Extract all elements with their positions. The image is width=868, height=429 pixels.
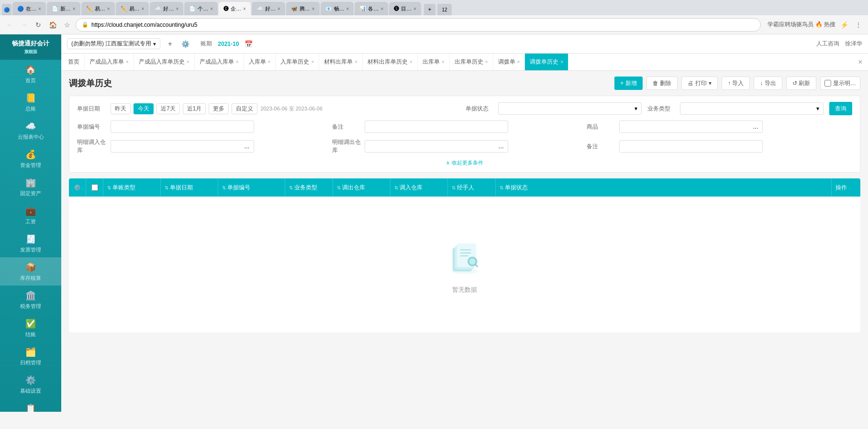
app-tab-product-in2[interactable]: 产成品入库单 × [195, 54, 244, 71]
display-btn[interactable]: 显示明… [820, 77, 860, 90]
import-btn[interactable]: ↑ 导入 [722, 77, 750, 90]
tab-close-product-in2[interactable]: × [236, 59, 239, 65]
doc-no-input[interactable] [111, 121, 254, 133]
status-select[interactable]: ▾ [498, 102, 642, 115]
browser-tab-1[interactable]: 🔵在…× [12, 2, 46, 15]
tab-bar-close[interactable]: × [855, 56, 866, 68]
tab-close-stock-out[interactable]: × [442, 59, 445, 65]
sidebar-item-fixed-assets[interactable]: 🏢 固定资产 [0, 173, 61, 201]
sidebar-item-archive[interactable]: 🗂️ 归档管理 [0, 342, 61, 370]
tab-close-transfer[interactable]: × [517, 59, 520, 65]
date-custom[interactable]: 自定义 [232, 103, 257, 114]
sidebar-item-cloud-report[interactable]: ☁️ 云报表中心 [0, 116, 61, 144]
print-btn[interactable]: 🖨 打印 ▾ [681, 77, 718, 90]
export-btn[interactable]: ↓ 导出 [754, 77, 782, 90]
sidebar-item-inventory[interactable]: 📦 库存核算 [0, 257, 61, 286]
app-tab-stock-in-hist[interactable]: 入库单历史 × [276, 54, 319, 71]
forward-button[interactable]: → [18, 19, 30, 31]
app-tab-stock-in[interactable]: 入库单 × [244, 54, 276, 71]
th-checkbox[interactable] [86, 178, 103, 197]
menu-btn[interactable]: ⋮ [853, 19, 864, 31]
th-handler[interactable]: ⇅ 经手人 [448, 178, 496, 197]
remark2-input[interactable] [619, 140, 763, 153]
tab-close-mat-out[interactable]: × [355, 59, 357, 65]
tab-close-stock-out-hist[interactable]: × [485, 59, 488, 65]
app-tab-stock-out-hist[interactable]: 出库单历史 × [450, 54, 493, 71]
tab-close-stock-in-hist[interactable]: × [311, 59, 314, 65]
detail-in-select[interactable]: … [111, 140, 254, 153]
display-checkbox[interactable] [824, 80, 831, 87]
date-7days[interactable]: 近7天 [156, 103, 180, 114]
extensions-btn[interactable]: ⚡ [838, 19, 850, 31]
app-tab-mat-out-hist[interactable]: 材料出库单历史 × [363, 54, 418, 71]
th-status[interactable]: ⇅ 单据状态 [496, 178, 832, 197]
app-tab-product-in-hist[interactable]: 产成品入库单历史 × [134, 54, 195, 71]
star-button[interactable]: ☆ [61, 19, 73, 31]
sidebar-item-salary[interactable]: 💼 工资 [0, 201, 61, 229]
tab-close-product-in[interactable]: × [126, 59, 129, 65]
browser-tab-10[interactable]: 📧畅…× [321, 2, 354, 15]
tab-close-product-in-hist[interactable]: × [187, 59, 189, 65]
browser-tab-5[interactable]: ☁️好…× [150, 2, 183, 15]
select-all-checkbox[interactable] [91, 184, 98, 191]
app-tab-mat-out[interactable]: 材料出库单 × [319, 54, 363, 71]
sidebar-item-tax[interactable]: 🏛️ 税务管理 [0, 286, 61, 314]
app-tab-product-in[interactable]: 产成品入库单 × [85, 54, 134, 71]
back-button[interactable]: ← [4, 19, 15, 31]
app-tab-stock-out[interactable]: 出库单 × [418, 54, 450, 71]
service-btn[interactable]: 人工咨询 [816, 40, 839, 48]
browser-tab-3[interactable]: ✏️易…× [81, 2, 115, 15]
sidebar-item-fund[interactable]: 💰 资金管理 [0, 144, 61, 173]
query-btn[interactable]: 查询 [829, 102, 852, 115]
browser-tab-12[interactable]: 🅢目…× [389, 2, 421, 15]
date-1month[interactable]: 近1月 [183, 103, 206, 114]
collapse-btn[interactable]: ∧ 收起更多条件 [446, 159, 483, 166]
new-btn[interactable]: + 新增 [614, 77, 642, 90]
calendar-icon[interactable]: 📅 [245, 40, 253, 48]
tab-close-mat-out-hist[interactable]: × [410, 59, 412, 65]
home-button[interactable]: 🏠 [47, 19, 58, 31]
browser-tab-7[interactable]: 🅒企…× [219, 2, 251, 15]
date-today[interactable]: 今天 [134, 103, 154, 114]
th-date[interactable]: ⇅ 单据日期 [161, 178, 218, 197]
sidebar-item-guide[interactable]: 📋 新手引导 [0, 398, 61, 412]
browser-tab-8[interactable]: ☁️好…× [252, 2, 285, 15]
browser-tab-9[interactable]: 🦋腾…× [286, 2, 320, 15]
company-settings-btn[interactable]: ⚙️ [179, 38, 191, 50]
detail-out-select[interactable]: … [365, 140, 508, 153]
app-tab-transfer-hist[interactable]: 调拨单历史 × [525, 54, 568, 71]
address-bar[interactable]: 🔒 https://cloud.chanjet.com/accounting/u… [76, 18, 761, 32]
new-tab-btn[interactable]: + [424, 4, 435, 15]
browser-tab-11[interactable]: 📊各…× [355, 2, 388, 15]
add-company-btn[interactable]: + [164, 38, 176, 50]
sidebar-item-closing[interactable]: ✅ 结账 [0, 314, 61, 342]
th-out-wh[interactable]: ⇅ 调出仓库 [333, 178, 390, 197]
th-in-wh[interactable]: ⇅ 调入仓库 [390, 178, 448, 197]
browser-tab-6[interactable]: 📄个…× [184, 2, 218, 15]
user-btn[interactable]: 徐泽华 [845, 40, 862, 48]
app-tab-transfer[interactable]: 调拨单 × [493, 54, 525, 71]
tab-close-transfer-hist[interactable]: × [560, 59, 563, 65]
date-yesterday[interactable]: 昨天 [111, 103, 131, 114]
date-more[interactable]: 更多 [209, 103, 229, 114]
app-tab-home[interactable]: 首页 [63, 54, 85, 71]
refresh-btn[interactable]: ↺ 刷新 [786, 77, 816, 90]
th-biz[interactable]: ⇅ 业务类型 [285, 178, 333, 197]
sidebar-item-invoice[interactable]: 🧾 发票管理 [0, 229, 61, 257]
sidebar-item-home[interactable]: 🏠 首页 [0, 60, 61, 88]
tab-close-stock-in[interactable]: × [268, 59, 271, 65]
sidebar-item-settings[interactable]: ⚙️ 基础设置 [0, 370, 61, 398]
th-no[interactable]: ⇅ 单据编号 [218, 178, 285, 197]
reload-button[interactable]: ↻ [33, 19, 44, 31]
remark-input[interactable] [365, 121, 508, 133]
browser-tab-2[interactable]: 📄新…× [47, 2, 80, 15]
browser-tab-4[interactable]: ✏️易…× [116, 2, 149, 15]
biz-type-select[interactable]: ▾ [680, 102, 823, 115]
th-type[interactable]: ⇅ 单账类型 [103, 178, 161, 197]
delete-btn[interactable]: 🗑 删除 [646, 77, 678, 90]
sidebar-item-ledger[interactable]: 📒 总账 [0, 88, 61, 116]
goods-select[interactable]: … [619, 121, 763, 133]
tab-count[interactable]: 12 [437, 4, 452, 15]
company-selector[interactable]: (勿删勿禁用) 江西服宝测试专用 ▾ [67, 38, 160, 49]
th-settings[interactable]: ⚙️ [69, 178, 86, 197]
